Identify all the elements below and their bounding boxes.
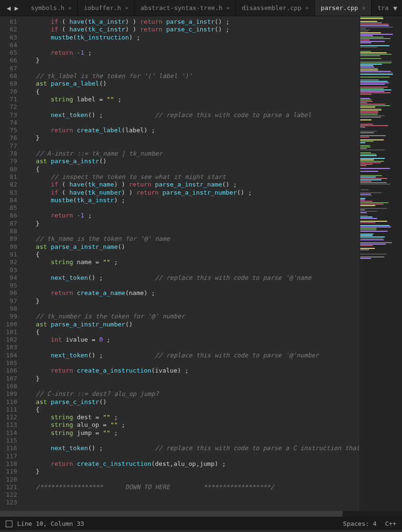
close-icon[interactable]: × — [362, 4, 366, 11]
tab-label: disassembler.cpp — [242, 4, 301, 11]
code-line: // tk_name is the token for '@' name — [21, 235, 359, 243]
tab-label: symbols.h — [31, 4, 64, 11]
scrollbar-thumb[interactable] — [0, 511, 343, 517]
tab-overflow-icon[interactable]: ▼ — [389, 4, 402, 12]
code-line — [21, 103, 359, 111]
cursor-position[interactable]: Line 10, Column 33 — [17, 520, 84, 527]
code-editor[interactable]: if ( have(tk_a_instr) ) return parse_a_i… — [21, 16, 359, 511]
code-line: { — [21, 166, 359, 173]
code-line — [21, 491, 359, 499]
tab-symbols-h[interactable]: symbols.h× — [25, 0, 78, 16]
code-line: string label = "" ; — [21, 96, 359, 103]
code-line: // C-instr ::= dest? alu_op jump? — [21, 390, 359, 398]
code-line: ast parse_a_instr() — [21, 158, 359, 165]
panel-icon[interactable] — [6, 521, 12, 527]
arrow-left-icon[interactable]: ◀ — [5, 4, 12, 12]
code-line: string name = "" ; — [21, 258, 359, 266]
code-line: mustbe(tk_a_instr) ; — [21, 197, 359, 204]
code-line — [21, 65, 359, 72]
nav-arrows: ◀ ▶ — [0, 4, 25, 12]
code-line: ast parse_c_instr() — [21, 398, 359, 406]
code-line — [21, 119, 359, 127]
code-line — [21, 142, 359, 150]
language-mode[interactable]: C++ — [385, 520, 396, 527]
tab-iobuffer-h[interactable]: iobuffer.h× — [78, 0, 135, 16]
indentation-setting[interactable]: Spaces: 4 — [343, 520, 376, 527]
close-icon[interactable]: × — [125, 4, 128, 11]
code-line: int ivalue = 0 ; — [21, 336, 359, 344]
code-line: { — [21, 88, 359, 96]
tab-label: abstract-syntax-tree.h — [140, 4, 222, 11]
tab-label: translator.cpp — [377, 4, 388, 11]
code-line — [21, 204, 359, 212]
code-line: if ( have(tk_a_instr) ) return parse_a_i… — [21, 18, 359, 26]
tab-disassembler-cpp[interactable]: disassembler.cpp× — [236, 0, 315, 16]
code-line — [21, 437, 359, 444]
code-line: string alu_op = "" ; — [21, 421, 359, 429]
code-line — [21, 282, 359, 289]
tab-bar: ◀ ▶ symbols.h×iobuffer.h×abstract-syntax… — [0, 0, 402, 16]
code-line — [21, 41, 359, 49]
code-line: } — [21, 220, 359, 227]
minimap[interactable] — [359, 16, 402, 511]
horizontal-scrollbar[interactable] — [0, 511, 402, 517]
code-line: return create_c_instruction(dest,alu_op,… — [21, 460, 359, 468]
tab-abstract-syntax-tree-h[interactable]: abstract-syntax-tree.h× — [135, 0, 236, 16]
code-line: ast parse_a_instr_number() — [21, 321, 359, 328]
code-line: next_token() ; // replace this with code… — [21, 352, 359, 359]
code-line — [21, 305, 359, 313]
code-line: return create_label(label) ; — [21, 127, 359, 134]
code-line: mustbe(tk_instruction) ; — [21, 34, 359, 41]
code-line: /***************** DOWN TO HERE ********… — [21, 483, 359, 491]
code-line: string dest = "" ; — [21, 414, 359, 421]
code-line: string jump = "" ; — [21, 429, 359, 437]
code-line: return -1 ; — [21, 49, 359, 57]
code-line: } — [21, 375, 359, 383]
line-number-gutter: 61 62 63 64 65 66 67 68 69 70 71 72 73 7… — [0, 16, 21, 511]
code-line: } — [21, 134, 359, 142]
code-line: ast parse_a_label() — [21, 80, 359, 88]
code-line: // inspect the token to see what it migh… — [21, 173, 359, 181]
code-line: if ( have(tk_name) ) return parse_a_inst… — [21, 181, 359, 188]
code-line — [21, 383, 359, 390]
close-icon[interactable]: × — [305, 4, 309, 11]
code-line: return create_a_instruction(ivalue) ; — [21, 367, 359, 374]
status-bar: Line 10, Column 33 Spaces: 4 C++ — [0, 517, 402, 530]
code-line — [21, 359, 359, 367]
code-line: } — [21, 57, 359, 64]
code-line: next_token() ; // replace this with code… — [21, 444, 359, 452]
code-line — [21, 344, 359, 351]
code-line — [21, 476, 359, 483]
code-line: // tk_number is the token for '@' number — [21, 313, 359, 320]
code-line — [21, 227, 359, 235]
tab-parser-cpp[interactable]: parser.cpp× — [315, 0, 372, 16]
code-line: next_token() ; // replace this with code… — [21, 111, 359, 119]
code-line: { — [21, 328, 359, 336]
code-line — [21, 266, 359, 274]
tab-label: parser.cpp — [321, 4, 358, 11]
tab-label: iobuffer.h — [84, 4, 121, 11]
code-line: // tk_label is the token for '(' label '… — [21, 72, 359, 80]
code-line: return create_a_name(name) ; — [21, 289, 359, 297]
tab-translator-cpp[interactable]: translator.cpp× — [372, 0, 388, 16]
code-line: } — [21, 468, 359, 475]
code-line: ast parse_a_instr_name() — [21, 243, 359, 251]
code-line: return -1 ; — [21, 212, 359, 219]
code-line: { — [21, 406, 359, 414]
close-icon[interactable]: × — [68, 4, 72, 11]
arrow-right-icon[interactable]: ▶ — [12, 4, 20, 12]
code-line: if ( have(tk_c_instr) ) return parse_c_i… — [21, 26, 359, 33]
code-line: next_token() ; // replace this with code… — [21, 274, 359, 282]
editor-area: 61 62 63 64 65 66 67 68 69 70 71 72 73 7… — [0, 16, 402, 511]
code-line: // A-instr ::= tk_name | tk_number — [21, 150, 359, 158]
code-line: { — [21, 251, 359, 258]
code-line — [21, 499, 359, 506]
code-line: } — [21, 297, 359, 305]
code-line: if ( have(tk_number) ) return parse_a_in… — [21, 189, 359, 197]
close-icon[interactable]: × — [226, 4, 230, 11]
code-line — [21, 453, 359, 460]
tabs-container: symbols.h×iobuffer.h×abstract-syntax-tre… — [25, 0, 389, 16]
